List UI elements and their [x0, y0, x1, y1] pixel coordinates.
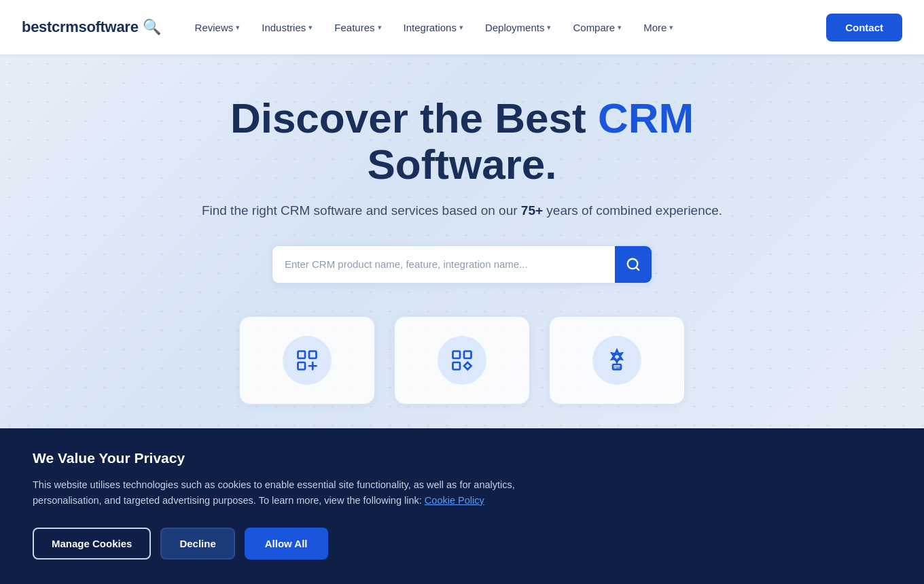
features-icon — [450, 348, 474, 373]
search-button[interactable] — [615, 246, 652, 283]
hero-section: Discover the Best CRM Software. Find the… — [0, 54, 924, 432]
chevron-down-icon: ▾ — [378, 23, 382, 32]
contact-button[interactable]: Contact — [826, 14, 902, 41]
hero-title: Discover the Best CRM Software. — [156, 95, 768, 188]
card-icon-wrap — [283, 336, 332, 385]
integrations-icon — [295, 348, 319, 373]
svg-rect-2 — [298, 351, 306, 358]
chevron-down-icon: ▾ — [459, 23, 463, 32]
nav-item-features[interactable]: Features ▾ — [325, 16, 391, 39]
hero-subtitle: Find the right CRM software and services… — [156, 201, 768, 221]
navigation: bestcrmsoftware 🔍 Reviews ▾ Industries ▾… — [0, 0, 924, 54]
nav-item-integrations[interactable]: Integrations ▾ — [394, 16, 473, 39]
nav-item-more[interactable]: More ▾ — [634, 16, 683, 39]
logo[interactable]: bestcrmsoftware 🔍 — [22, 18, 161, 36]
search-icon — [626, 257, 641, 272]
svg-rect-6 — [464, 351, 472, 358]
svg-rect-3 — [309, 351, 317, 358]
chevron-down-icon: ▾ — [618, 23, 622, 32]
logo-icon: 🔍 — [143, 18, 161, 36]
chevron-down-icon: ▾ — [236, 23, 240, 32]
crm-settings-icon: CRM — [605, 348, 629, 373]
nav-item-reviews[interactable]: Reviews ▾ — [185, 16, 250, 39]
nav-item-compare[interactable]: Compare ▾ — [563, 16, 631, 39]
nav-item-deployments[interactable]: Deployments ▾ — [476, 16, 561, 39]
chevron-down-icon: ▾ — [669, 23, 673, 32]
card-icon-wrap — [438, 336, 486, 385]
chevron-down-icon: ▾ — [308, 23, 313, 32]
card-integrations[interactable] — [239, 316, 375, 405]
nav-links: Reviews ▾ Industries ▾ Features ▾ Integr… — [185, 16, 827, 39]
svg-line-1 — [636, 267, 639, 270]
nav-item-industries[interactable]: Industries ▾ — [252, 16, 322, 39]
card-crm-settings[interactable]: CRM — [549, 316, 685, 405]
cookie-banner: We Value Your Privacy This website utili… — [0, 428, 924, 432]
chevron-down-icon: ▾ — [547, 23, 551, 32]
search-bar — [272, 245, 652, 284]
search-input[interactable] — [272, 247, 615, 281]
svg-text:CRM: CRM — [614, 366, 623, 370]
brand-name: bestcrmsoftware — [22, 18, 139, 36]
svg-rect-7 — [453, 362, 461, 370]
feature-cards-row: CRM — [156, 316, 768, 405]
svg-rect-4 — [298, 362, 306, 370]
card-features[interactable] — [394, 316, 530, 405]
hero-content: Discover the Best CRM Software. Find the… — [156, 95, 768, 405]
card-icon-wrap: CRM — [592, 336, 641, 385]
svg-rect-5 — [453, 351, 461, 358]
